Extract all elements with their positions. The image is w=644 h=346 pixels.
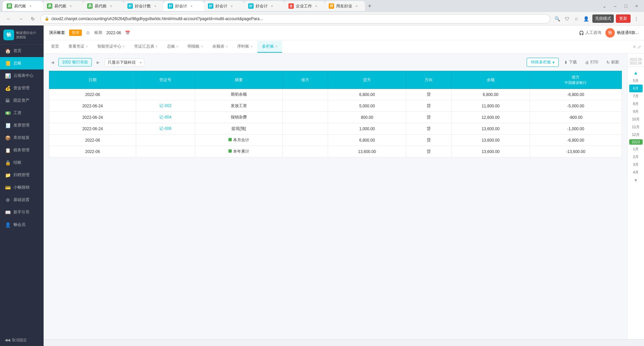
browser-tab-9[interactable]: 用 用友好业 × [325,1,365,11]
tab-close-9[interactable]: × [356,4,358,8]
bottom-scrollbar[interactable] [44,339,644,346]
new-tab-button[interactable]: + [365,1,374,11]
month-item-5[interactable]: 5月 [629,77,643,85]
browser-tab-6[interactable]: 好 好会计 × [204,1,244,11]
tab-close-5[interactable]: × [191,4,193,8]
month-item-2023-2[interactable]: 2月 [629,153,643,161]
reload-btn[interactable]: ↻ [28,14,38,23]
tab-general-ledger[interactable]: 总账 × [162,41,183,53]
tab-close-4[interactable]: × [154,4,156,8]
browser-tab-7[interactable]: 好 好会计 × [244,1,284,11]
month-item-6[interactable]: 6月 [629,85,643,92]
tab-close-1[interactable]: × [30,4,32,8]
profile-btn[interactable]: 👤 [582,15,590,23]
star-btn[interactable]: ☆ [573,15,580,23]
tab-journal[interactable]: 序时账 × [232,41,257,53]
month-item-11[interactable]: 11月 [629,123,643,131]
multi-col-btn[interactable]: 特殊多栏账 ▾ [527,58,559,67]
account-next-btn[interactable]: ▶ [95,59,101,66]
tab-close-3[interactable]: × [110,4,112,8]
tab-smart-voucher[interactable]: 智能凭证中心 × [93,41,129,53]
sidebar-item-ledger[interactable]: 📒 总账 [0,57,44,69]
browser-tab-2[interactable]: 易 易代账 × [43,1,83,11]
sidebar-item-tax[interactable]: 📋 税务管理 [0,144,44,156]
tab-nav-close-btn[interactable]: × [633,44,636,50]
update-btn[interactable]: 更新 [616,14,631,23]
voucher-link-2[interactable]: 记-002 [159,103,171,108]
forward-btn[interactable]: → [16,14,25,23]
sidebar-item-archive[interactable]: 📁 归档管理 [0,169,44,181]
month-item-10[interactable]: 10月 [629,115,643,123]
refresh-btn[interactable]: ↻ 刷新 [604,58,622,66]
month-item-8[interactable]: 8月 [629,100,643,108]
consult-btn[interactable]: 🎧 人工咨询 [579,30,601,36]
sidebar-item-expense[interactable]: 💳 小畅报销 [0,181,44,194]
topbar-settings-icon[interactable]: ⚙ [86,30,90,36]
filter-select[interactable]: 只显示下级科目 [105,58,144,66]
month-item-12[interactable]: 12月 [629,131,643,139]
month-item-9[interactable]: 9月 [629,108,643,115]
maximize-btn[interactable]: □ [621,1,631,11]
sidebar-item-close[interactable]: 🔒 结账 [0,156,44,169]
print-btn[interactable]: 🖨 打印 [582,58,601,66]
browser-tab-4[interactable]: 好 好会计数 × [123,1,164,11]
url-bar[interactable]: 🔒 cloud2.chanjet.com/accounting/uh26t264… [40,14,550,23]
sidebar-item-funds[interactable]: 💰 资金管理 [0,82,44,94]
year-2023[interactable]: 2023 [629,139,643,145]
scroll-up-btn[interactable]: ▲ [634,70,638,76]
tab-voucher-summary[interactable]: 凭证汇总表 × [129,41,162,53]
tab-voucher-summary-close[interactable]: × [156,45,158,48]
sidebar-item-assets[interactable]: 🏛 固定资产 [0,94,44,107]
browser-tab-1[interactable]: 易 易代账 × [3,1,43,11]
tab-close-8[interactable]: × [315,4,317,8]
sidebar-item-invoice[interactable]: 🧾 发票管理 [0,119,44,132]
month-item-2023-4[interactable]: 4月 [629,168,643,176]
tab-close-7[interactable]: × [271,4,273,8]
tab-detail-ledger[interactable]: 明细账 × [183,41,208,53]
voucher-link-3[interactable]: 记-004 [159,115,171,119]
close-window-btn[interactable]: × [632,1,641,11]
scroll-down-btn[interactable]: ▼ [634,178,638,183]
tab-detail-ledger-close[interactable]: × [201,45,203,48]
voucher-link-4[interactable]: 记-006 [159,126,171,131]
tab-multi-col[interactable]: 多栏账 × [257,41,282,53]
menu-btn[interactable]: ⋮ [633,15,640,23]
account-prev-btn[interactable]: ◀ [49,59,56,66]
sidebar-item-home[interactable]: 🏠 首页 [0,45,44,57]
cancel-pin-btn[interactable]: ◀◀ 取消固定 [0,334,44,346]
calendar-icon[interactable]: 📅 [125,31,130,35]
month-item-2023-1[interactable]: 1月 [629,145,643,153]
tab-balance-close[interactable]: × [226,45,228,48]
sidebar-item-salary[interactable]: 💵 工资 [0,107,44,119]
sidebar-item-reports[interactable]: 📊 云报表中心 [0,69,44,82]
sidebar-item-guide[interactable]: 📖 新手引导 [0,206,44,218]
tab-voucher-view[interactable]: 查看凭证 × [64,41,93,53]
month-item-7[interactable]: 7月 [629,92,643,100]
tab-general-ledger-close[interactable]: × [176,45,178,48]
tab-multi-col-close[interactable]: × [275,45,277,48]
incognito-btn[interactable]: 无痕模式 [592,14,614,23]
minimize-btn[interactable]: – [610,1,620,11]
tab-multi-col-label: 多栏账 [262,44,274,49]
tab-balance[interactable]: 余额表 × [208,41,232,53]
sidebar-item-member[interactable]: 👤 畅会员 [0,218,44,231]
tab-home[interactable]: 首页 [46,41,64,53]
download-btn[interactable]: ⬇ 下载 [561,58,580,66]
browser-tab-3[interactable]: 易 易代账 × [83,1,123,11]
back-btn[interactable]: ← [4,14,13,23]
search-btn[interactable]: 🔍 [553,15,561,23]
tab-close-2[interactable]: × [70,4,72,8]
tab-journal-close[interactable]: × [251,45,253,48]
account-code[interactable]: 1002 银行存款 [58,58,92,66]
tab-close-6[interactable]: × [231,4,233,8]
browser-tab-5[interactable]: 好 好会计 × [164,1,204,11]
tab-overflow-btn[interactable]: ⌄ [600,1,609,11]
tab-smart-voucher-close[interactable]: × [123,45,125,48]
browser-tab-8[interactable]: 企 企业工作 × [284,1,325,11]
tab-voucher-view-close[interactable]: × [86,45,88,48]
sidebar-item-settings[interactable]: ⚙ 基础设置 [0,194,44,206]
tab-nav-expand-btn[interactable]: ⤢ [637,44,641,50]
shield-btn[interactable]: 🛡 [564,15,571,23]
sidebar-item-inventory[interactable]: 📦 库存核算 [0,132,44,144]
month-item-2023-3[interactable]: 3月 [629,161,643,168]
